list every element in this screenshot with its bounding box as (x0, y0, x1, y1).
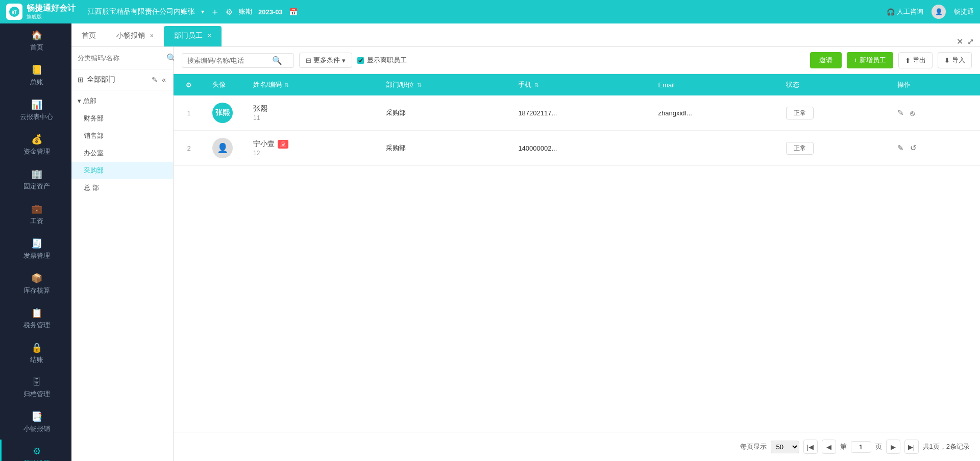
header-settings-button[interactable]: ⚙ (226, 7, 233, 17)
sidebar-item-payroll[interactable]: 💼 工资 (0, 197, 71, 232)
table-header-row: ⚙ 头像 姓名/编码 ⇅ 部门/职位 ⇅ 手机 ⇅ Email 状态 操作 (174, 74, 980, 95)
dept-search-input[interactable] (78, 54, 163, 62)
row-index: 2 (174, 131, 204, 166)
next-page-button[interactable]: ▶ (886, 440, 900, 454)
tab-employee-close[interactable]: × (208, 32, 211, 39)
table-header-actions: 操作 (889, 74, 980, 95)
employee-code: 12 (253, 150, 370, 157)
sidebar-item-archive[interactable]: 🗄 归档管理 (0, 371, 71, 405)
sidebar: 🏠 首页 📒 总账 📊 云报表中心 💰 资金管理 🏢 固定资产 💼 工资 🧾 发… (0, 23, 71, 461)
dept-tree-item-office[interactable]: 办公室 (71, 144, 173, 162)
all-departments-item[interactable]: ⊞ 全部部门 (78, 75, 115, 84)
sidebar-item-invoice[interactable]: 🧾 发票管理 (0, 232, 71, 266)
dept-tree-item-sales[interactable]: 销售部 (71, 127, 173, 144)
restore-button[interactable]: ↺ (910, 143, 917, 153)
show-resigned-checkbox-label[interactable]: 显示离职员工 (357, 56, 407, 65)
dept-tree: ▾ 总部 财务部 销售部 办公室 采购部 总 部 (71, 90, 173, 461)
status-badge: 正常 (786, 142, 814, 155)
calendar-icon[interactable]: 📅 (289, 8, 298, 16)
more-filter-button[interactable]: ⊟ 更多条件 ▾ (299, 53, 352, 68)
sidebar-item-ledger[interactable]: 📒 总账 (0, 58, 71, 93)
pagination-bar: 每页显示 50 100 200 |◀ ◀ 第 页 ▶ ▶| 共1页，2条记录 (174, 432, 980, 461)
search-icon[interactable]: 🔍 (272, 56, 282, 65)
company-dropdown-button[interactable]: ▾ (201, 8, 204, 15)
headphone-icon: 🎧 (887, 8, 895, 16)
sidebar-item-home[interactable]: 🏠 首页 (0, 23, 71, 58)
employee-area: 🔍 ⊟ 更多条件 ▾ 显示离职员工 邀请 + 新增员工 (174, 47, 980, 461)
import-button[interactable]: ⬇ 导入 (938, 52, 972, 68)
dept-header: ⊞ 全部部门 ✎ « (71, 69, 173, 90)
show-resigned-checkbox[interactable] (357, 57, 364, 64)
dept-collapse-button[interactable]: « (161, 75, 167, 85)
row-actions: ✎ ↺ (889, 131, 980, 166)
sidebar-label-archive: 归档管理 (23, 390, 50, 399)
row-phone: 140000002... (510, 131, 650, 166)
add-account-button[interactable]: ＋ (210, 7, 219, 16)
tab-expense-close[interactable]: × (150, 32, 154, 39)
sidebar-label-funds: 资金管理 (23, 147, 50, 156)
svg-text:好: 好 (11, 9, 17, 15)
dept-tree-item-general[interactable]: 总 部 (71, 179, 173, 197)
table-row: 1 张熙 张熙 11 (174, 95, 980, 131)
table-header-phone[interactable]: 手机 ⇅ (510, 74, 650, 95)
employee-table: ⚙ 头像 姓名/编码 ⇅ 部门/职位 ⇅ 手机 ⇅ Email 状态 操作 (174, 74, 980, 432)
status-badge: 正常 (786, 107, 814, 119)
logo-area: 好 畅捷通好会计 旗舰版 (6, 3, 78, 20)
row-status: 正常 (778, 131, 889, 166)
export-button[interactable]: ⬆ 导出 (898, 52, 933, 68)
dept-tree-item-headquarters[interactable]: ▾ 总部 (71, 92, 173, 110)
show-resigned-label: 显示离职员工 (367, 56, 407, 65)
tab-employee[interactable]: 部门员工 × (164, 26, 222, 46)
dept-search-area: 🔍 (71, 47, 173, 69)
table-header-settings[interactable]: ⚙ (174, 74, 204, 95)
sidebar-label-invoice: 发票管理 (23, 251, 50, 260)
logout-button[interactable]: ⎋ (910, 109, 915, 117)
tab-expand-button[interactable]: ⤢ (967, 37, 974, 46)
edit-button[interactable]: ✎ (897, 143, 904, 153)
sidebar-label-expense: 小畅报销 (23, 424, 50, 433)
row-status: 正常 (778, 95, 889, 131)
add-employee-button[interactable]: + 新增员工 (847, 52, 893, 68)
per-page-select[interactable]: 50 100 200 (771, 441, 799, 453)
tab-actions: ✕ ⤢ (950, 37, 980, 46)
tab-home[interactable]: 首页 (71, 26, 106, 46)
sidebar-item-tax[interactable]: 📋 税务管理 (0, 301, 71, 336)
first-page-button[interactable]: |◀ (803, 440, 818, 454)
page-unit: 页 (875, 442, 882, 451)
table-header-name[interactable]: 姓名/编码 ⇅ (245, 74, 378, 95)
sidebar-item-settings[interactable]: ⚙ 基础设置 (0, 440, 71, 461)
funds-icon: 💰 (31, 134, 42, 145)
payroll-icon: 💼 (31, 203, 42, 214)
per-page-label: 每页显示 (740, 442, 767, 451)
dept-tree-item-purchasing[interactable]: 采购部 (71, 162, 173, 179)
dept-edit-button[interactable]: ✎ (151, 75, 159, 85)
service-label: 人工咨询 (897, 7, 923, 16)
tab-expense[interactable]: 小畅报销 × (106, 26, 164, 46)
sidebar-item-reports[interactable]: 📊 云报表中心 (0, 93, 71, 128)
last-page-button[interactable]: ▶| (904, 440, 919, 454)
sidebar-item-closing[interactable]: 🔒 结账 (0, 336, 71, 371)
employee-search-input[interactable] (187, 57, 269, 64)
sidebar-item-funds[interactable]: 💰 资金管理 (0, 128, 71, 162)
dept-tree-item-finance[interactable]: 财务部 (71, 110, 173, 127)
prev-page-button[interactable]: ◀ (822, 440, 836, 454)
sidebar-item-assets[interactable]: 🏢 固定资产 (0, 162, 71, 197)
sidebar-label-settings: 基础设置 (23, 459, 50, 461)
employee-search-box: 🔍 (182, 53, 294, 68)
filter-label: 更多条件 (313, 56, 340, 65)
page-input[interactable] (851, 441, 871, 453)
sidebar-label-inventory: 库存核算 (23, 286, 50, 295)
period-label: 账期 (239, 7, 252, 16)
invite-button[interactable]: 邀请 (810, 52, 842, 68)
table-header-dept[interactable]: 部门/职位 ⇅ (378, 74, 510, 95)
all-departments-label: 全部部门 (87, 75, 115, 84)
page-label: 第 (840, 442, 847, 451)
company-name: 江西服宝精品有限责任公司内账张 (88, 7, 195, 16)
logo-text-area: 畅捷通好会计 旗舰版 (27, 3, 76, 20)
row-dept: 采购部 (378, 131, 510, 166)
service-button[interactable]: 🎧 人工咨询 (887, 7, 923, 16)
edit-button[interactable]: ✎ (897, 108, 904, 117)
sidebar-item-expense[interactable]: 📑 小畅报销 (0, 405, 71, 440)
tab-close-button[interactable]: ✕ (957, 37, 963, 46)
sidebar-item-inventory[interactable]: 📦 库存核算 (0, 266, 71, 301)
